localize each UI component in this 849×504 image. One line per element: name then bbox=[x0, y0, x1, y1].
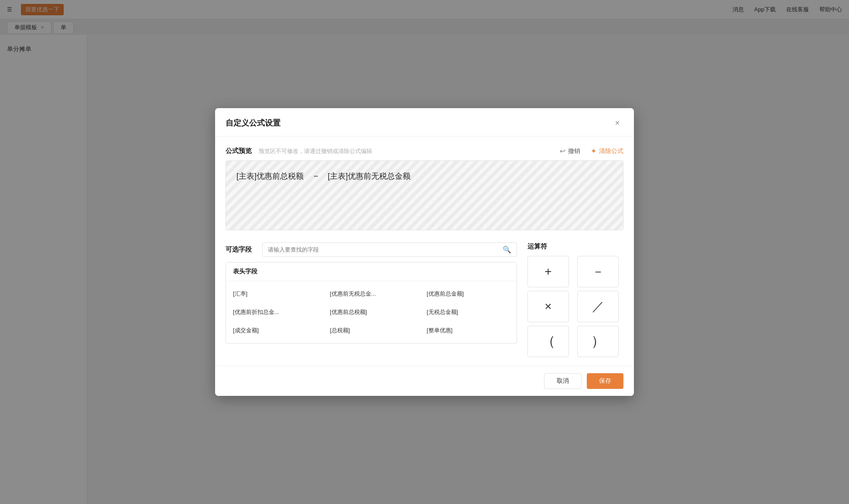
field-item[interactable]: [优惠前折扣总金... bbox=[226, 303, 323, 321]
operators-grid: + － × ／ （ ） bbox=[527, 256, 623, 357]
modal-body: 公式预览 预览区不可修改，请通过撤销或清除公式编辑 ↩ 撤销 ✦ 清除公式 [主… bbox=[215, 136, 634, 366]
undo-button[interactable]: ↩ 撤销 bbox=[560, 147, 580, 155]
search-box[interactable]: 🔍 bbox=[262, 242, 517, 257]
multiply-operator-button[interactable]: × bbox=[527, 291, 569, 322]
preview-header-row: 公式预览 预览区不可修改，请通过撤销或清除公式编辑 ↩ 撤销 ✦ 清除公式 bbox=[226, 147, 623, 155]
search-icon: 🔍 bbox=[503, 245, 511, 254]
undo-icon: ↩ bbox=[560, 147, 565, 155]
field-item[interactable]: [优惠前无税总金... bbox=[323, 285, 420, 303]
modal-title: 自定义公式设置 bbox=[226, 118, 281, 128]
custom-formula-modal: 自定义公式设置 × 公式预览 预览区不可修改，请通过撤销或清除公式编辑 ↩ 撤销… bbox=[215, 108, 634, 396]
save-button[interactable]: 保存 bbox=[587, 373, 623, 389]
field-item[interactable]: [总税额] bbox=[323, 321, 420, 340]
fields-section: 可选字段 🔍 表头字段 [汇率] [优惠前无税总金... [优惠前总金额] [优… bbox=[226, 242, 517, 344]
modal-footer: 取消 保存 bbox=[215, 366, 634, 396]
left-paren-operator-button[interactable]: （ bbox=[527, 326, 569, 357]
divide-operator-button[interactable]: ／ bbox=[577, 291, 619, 322]
fields-label: 可选字段 bbox=[226, 245, 252, 254]
field-item[interactable]: [无税总金额] bbox=[420, 303, 517, 321]
formula-part2: [主表]优惠前无税总金额 bbox=[328, 171, 411, 182]
formula-content: [主表]优惠前总税额 － [主表]优惠前无税总金额 bbox=[236, 170, 613, 182]
plus-operator-button[interactable]: + bbox=[527, 256, 569, 287]
preview-hint: 预览区不可修改，请通过撤销或清除公式编辑 bbox=[259, 147, 560, 155]
field-item[interactable]: [整单优惠] bbox=[420, 321, 517, 340]
field-item[interactable]: [优惠前总税额] bbox=[323, 303, 420, 321]
formula-preview-box: [主表]优惠前总税额 － [主表]优惠前无税总金额 bbox=[226, 160, 623, 230]
minus-operator-button[interactable]: － bbox=[577, 256, 619, 287]
undo-label: 撤销 bbox=[568, 147, 580, 155]
preview-actions: ↩ 撤销 ✦ 清除公式 bbox=[560, 147, 623, 155]
fields-grid: [汇率] [优惠前无税总金... [优惠前总金额] [优惠前折扣总金... [优… bbox=[226, 281, 517, 343]
clear-icon: ✦ bbox=[591, 147, 596, 155]
field-item[interactable]: [优惠前总金额] bbox=[420, 285, 517, 303]
formula-part1: [主表]优惠前总税额 bbox=[236, 171, 304, 182]
formula-operator: － bbox=[312, 170, 320, 182]
search-input[interactable] bbox=[268, 246, 499, 253]
field-item[interactable]: [汇率] bbox=[226, 285, 323, 303]
operators-label: 运算符 bbox=[527, 242, 623, 251]
fields-table: 表头字段 [汇率] [优惠前无税总金... [优惠前总金额] [优惠前折扣总金.… bbox=[226, 262, 517, 344]
modal-header: 自定义公式设置 × bbox=[215, 108, 634, 136]
table-header: 表头字段 bbox=[226, 262, 517, 281]
fields-header-row: 可选字段 🔍 bbox=[226, 242, 517, 257]
close-icon: × bbox=[615, 119, 620, 128]
cancel-button[interactable]: 取消 bbox=[544, 373, 582, 389]
modal-close-button[interactable]: × bbox=[611, 117, 623, 129]
operators-section: 运算符 + － × ／ （ ） bbox=[527, 242, 623, 357]
bottom-section: 可选字段 🔍 表头字段 [汇率] [优惠前无税总金... [优惠前总金额] [优… bbox=[226, 242, 623, 357]
preview-label: 公式预览 bbox=[226, 147, 252, 155]
clear-label: 清除公式 bbox=[599, 147, 623, 155]
clear-formula-button[interactable]: ✦ 清除公式 bbox=[591, 147, 623, 155]
right-paren-operator-button[interactable]: ） bbox=[577, 326, 619, 357]
field-item[interactable]: [成交金额] bbox=[226, 321, 323, 340]
